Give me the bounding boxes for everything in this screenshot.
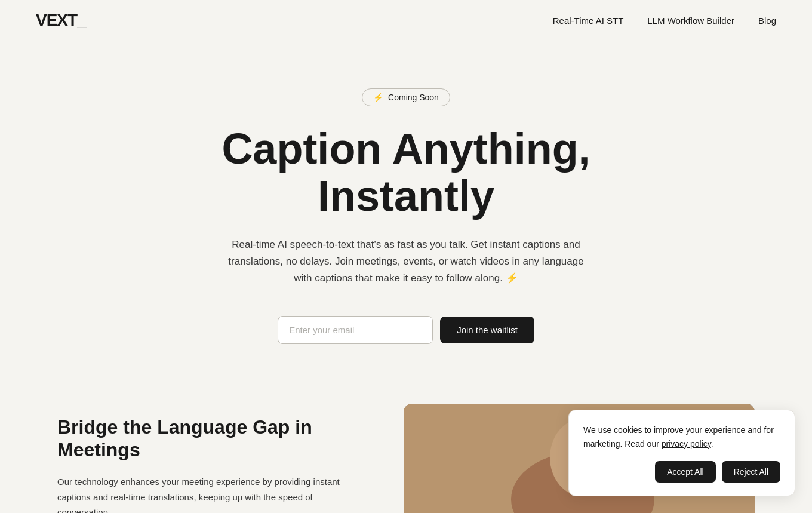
nav-link-real-time-ai-stt[interactable]: Real-Time AI STT [553,16,624,26]
hero-title: Caption Anything, Instantly [149,125,663,220]
coming-soon-badge[interactable]: ⚡ Coming Soon [362,88,450,106]
hero-subtitle: Real-time AI speech-to-text that's as fa… [221,236,591,287]
accept-all-button[interactable]: Accept All [655,461,715,483]
cookie-banner: We use cookies to improve your experienc… [568,410,795,496]
reject-all-button[interactable]: Reject All [722,461,780,483]
svg-point-4 [459,449,521,513]
email-input[interactable] [278,316,433,344]
svg-point-6 [465,438,515,462]
email-cta-row: Join the waitlist [278,316,534,344]
lower-title: Bridge the Language Gap in Meetings [57,416,368,462]
svg-point-5 [466,443,513,496]
nav-links: Real-Time AI STT LLM Workflow Builder Bl… [553,16,776,26]
svg-rect-2 [448,428,531,481]
cookie-buttons: Accept All Reject All [583,461,780,483]
cookie-message-suffix: . [711,439,713,449]
lower-text-block: Bridge the Language Gap in Meetings Our … [57,404,368,513]
hero-section: ⚡ Coming Soon Caption Anything, Instantl… [0,41,812,380]
nav-link-blog[interactable]: Blog [758,16,776,26]
badge-icon: ⚡ [373,93,383,102]
privacy-policy-link[interactable]: privacy policy [662,439,711,449]
lower-body-1: Our technology enhances your meeting exp… [57,474,368,513]
cookie-message: We use cookies to improve your experienc… [583,423,780,450]
navbar: VEXT_ Real-Time AI STT LLM Workflow Buil… [0,0,812,41]
badge-label: Coming Soon [388,93,439,102]
join-waitlist-button[interactable]: Join the waitlist [440,317,534,343]
nav-link-llm-workflow-builder[interactable]: LLM Workflow Builder [647,16,734,26]
brand-logo[interactable]: VEXT_ [36,11,86,30]
